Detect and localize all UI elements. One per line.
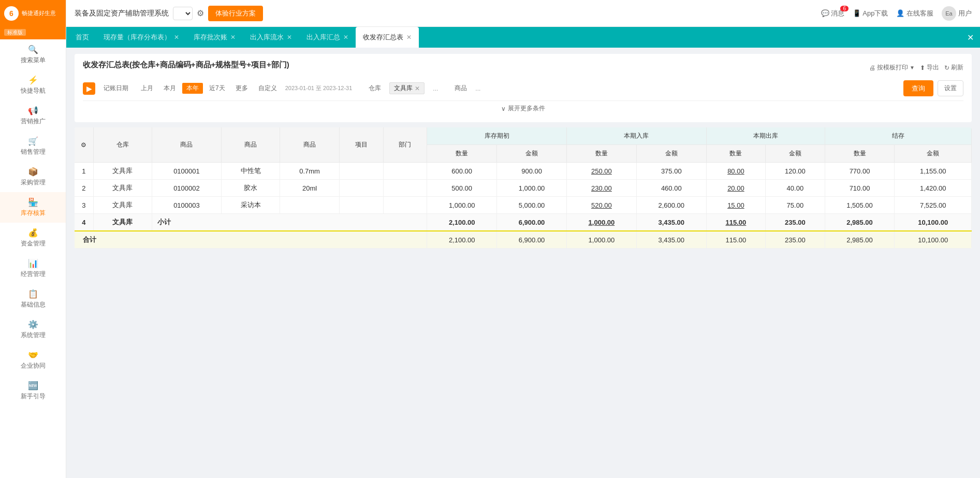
sidebar-label-search: 搜索菜单 xyxy=(21,56,46,65)
sidebar-label-purchase: 采购管理 xyxy=(21,178,46,187)
tab-label-5: 收发存汇总表 xyxy=(363,33,403,42)
row-out-qty[interactable]: 80.00 xyxy=(706,163,765,180)
experience-btn[interactable]: 体验行业方案 xyxy=(208,6,263,21)
sidebar-item-inventory[interactable]: 🏪库存核算 xyxy=(0,192,66,223)
filter-toggle-btn[interactable]: ▶ xyxy=(83,82,95,95)
tab-close-5[interactable]: ✕ xyxy=(406,34,412,41)
sidebar-item-quick-nav[interactable]: ⚡快捷导航 xyxy=(0,70,66,100)
row-open-qty: 500.00 xyxy=(427,180,497,197)
row-project xyxy=(339,163,383,180)
tabs-close-all-btn[interactable]: ✕ xyxy=(963,33,978,42)
date-filter: 上月 本月 本年 近7天 更多 自定义 xyxy=(137,83,281,94)
tab-close-4[interactable]: ✕ xyxy=(343,34,348,41)
th-project: 项目 xyxy=(339,127,383,163)
tab-2[interactable]: 库存批次账✕ xyxy=(186,27,243,48)
print-label: 按模板打印 xyxy=(877,63,908,72)
sidebar-item-system[interactable]: ⚙️系统管理 xyxy=(0,314,66,345)
warehouse-more-btn[interactable]: ... xyxy=(433,85,438,92)
tab-4[interactable]: 出入库汇总✕ xyxy=(299,27,356,48)
sidebar-item-finance[interactable]: 💰资金管理 xyxy=(0,223,66,253)
query-btn[interactable]: 查询 xyxy=(903,80,933,96)
sidebar-item-operations[interactable]: 📊经营管理 xyxy=(0,253,66,284)
row-bal-qty: 770.00 xyxy=(825,163,895,180)
tab-label-2: 库存批次账 xyxy=(194,33,227,42)
sub-warehouse: 文具库 xyxy=(93,214,152,231)
sub-in-qty[interactable]: 1,000.00 xyxy=(566,214,636,231)
tab-label-4: 出入库汇总 xyxy=(306,33,340,42)
export-btn[interactable]: ⬆ 导出 xyxy=(920,63,939,72)
operations-icon: 📊 xyxy=(28,258,38,268)
row-in-qty[interactable]: 230.00 xyxy=(566,180,636,197)
tab-0[interactable]: 首页 xyxy=(68,27,96,48)
online-service-btn[interactable]: 👤 在线客服 xyxy=(896,9,933,18)
row-in-qty[interactable]: 250.00 xyxy=(566,163,636,180)
row-bal-amt: 7,525.00 xyxy=(895,197,972,214)
sidebar-item-sales[interactable]: 🛒销售管理 xyxy=(0,131,66,162)
row-spec: 20ml xyxy=(280,180,339,197)
row-open-qty: 600.00 xyxy=(427,163,497,180)
guide-icon: 🆕 xyxy=(28,381,38,390)
tab-close-2[interactable]: ✕ xyxy=(230,34,236,41)
print-btn[interactable]: 🖨 按模板打印 ▼ xyxy=(869,63,915,72)
tab-5[interactable]: 收发存汇总表✕ xyxy=(356,27,419,48)
logo-text: 畅捷通好生意 xyxy=(22,9,56,17)
sidebar-item-guide[interactable]: 🆕新手引导 xyxy=(0,375,66,406)
date-more-btn[interactable]: 更多 xyxy=(231,83,252,94)
date-custom-btn[interactable]: 自定义 xyxy=(254,83,281,94)
row-open-amt: 5,000.00 xyxy=(497,197,567,214)
tab-1[interactable]: 现存量（库存分布表）✕ xyxy=(96,27,186,48)
goods-more-btn[interactable]: ... xyxy=(475,85,480,92)
expand-label: 展开更多条件 xyxy=(508,104,545,113)
sub-open-amt: 6,900.00 xyxy=(497,214,567,231)
sidebar-label-inventory: 库存核算 xyxy=(21,209,46,218)
row-in-amt: 2,600.00 xyxy=(636,197,706,214)
row-out-qty[interactable]: 15.00 xyxy=(706,197,765,214)
tab-close-3[interactable]: ✕ xyxy=(287,34,292,41)
th-bal-qty: 数量 xyxy=(825,145,895,163)
tab-3[interactable]: 出入库流水✕ xyxy=(243,27,299,48)
date-this-year-btn[interactable]: 本年 xyxy=(182,83,203,94)
expand-bar: ∨ 展开更多条件 xyxy=(83,100,963,116)
row-no: 2 xyxy=(75,180,93,197)
refresh-btn[interactable]: ↻ 刷新 xyxy=(944,63,963,72)
app-download-btn[interactable]: 📱 App下载 xyxy=(853,9,888,18)
date-this-month-btn[interactable]: 本月 xyxy=(159,83,180,94)
sidebar-item-basic-info[interactable]: 📋基础信息 xyxy=(0,284,66,314)
sidebar-label-sales: 销售管理 xyxy=(21,148,46,156)
user-area[interactable]: Ea 用户 xyxy=(942,6,972,21)
sidebar-label-basic-info: 基础信息 xyxy=(21,300,46,309)
row-spec xyxy=(280,197,339,214)
message-icon: 💬 xyxy=(821,9,829,17)
th-department: 部门 xyxy=(383,127,427,163)
settings-icon[interactable]: ⚙ xyxy=(197,8,204,18)
system-selector[interactable] xyxy=(173,7,193,20)
setting-btn[interactable]: 设置 xyxy=(938,80,963,96)
username-label: 用户 xyxy=(958,9,972,18)
total-bal-amt: 10,100.00 xyxy=(895,231,972,249)
sub-out-qty[interactable]: 115.00 xyxy=(706,214,765,231)
topbar: 装备及固定资产辅助管理系统 ⚙ 体验行业方案 💬 消息 6 📱 App下载 👤 … xyxy=(66,0,980,27)
sidebar-item-purchase[interactable]: 📦采购管理 xyxy=(0,162,66,192)
date-7days-btn[interactable]: 近7天 xyxy=(205,83,229,94)
row-no: 3 xyxy=(75,197,93,214)
expand-conditions-btn[interactable]: ∨ 展开更多条件 xyxy=(501,104,545,113)
warehouse-remove-btn[interactable]: ✕ xyxy=(415,85,420,92)
sidebar-item-enterprise[interactable]: 🤝企业协同 xyxy=(0,345,66,375)
warehouse-label: 仓库 xyxy=(369,84,381,93)
sidebar-label-system: 系统管理 xyxy=(21,331,46,340)
row-in-qty[interactable]: 520.00 xyxy=(566,197,636,214)
th-opening: 库存期初 xyxy=(427,127,567,145)
main-area: 装备及固定资产辅助管理系统 ⚙ 体验行业方案 💬 消息 6 📱 App下载 👤 … xyxy=(66,0,980,478)
row-spec: 0.7mm xyxy=(280,163,339,180)
th-settings: ⚙ xyxy=(75,127,93,163)
sidebar-item-marketing[interactable]: 📢营销推广 xyxy=(0,100,66,131)
th-open-qty: 数量 xyxy=(427,145,497,163)
sub-open-qty: 2,100.00 xyxy=(427,214,497,231)
date-last-month-btn[interactable]: 上月 xyxy=(137,83,157,94)
message-badge: 6 xyxy=(840,6,849,11)
sidebar-item-search[interactable]: 🔍搜索菜单 xyxy=(0,39,66,70)
row-out-qty[interactable]: 20.00 xyxy=(706,180,765,197)
message-btn[interactable]: 💬 消息 6 xyxy=(821,9,845,18)
th-current-out: 本期出库 xyxy=(706,127,825,145)
tab-close-1[interactable]: ✕ xyxy=(174,34,179,41)
